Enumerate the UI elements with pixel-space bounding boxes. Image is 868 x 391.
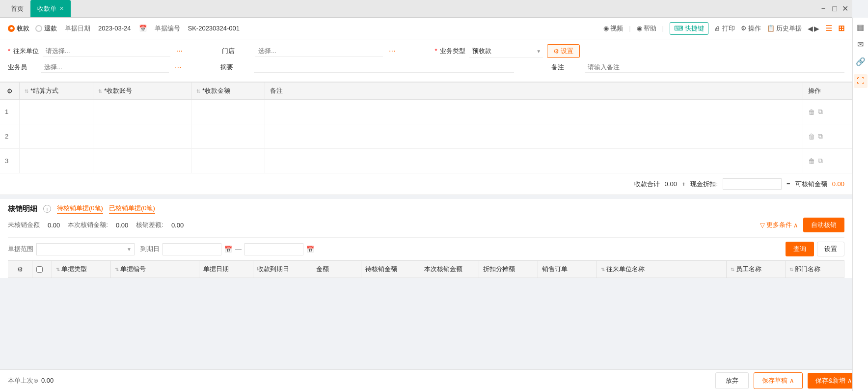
toolbar-right: ◉ 视频 | ◉ 帮助 | ⌨ 快捷键 🖨 打印 ⚙ 操作 📋 xyxy=(603,22,844,35)
nav-left-icon[interactable]: ◀ xyxy=(808,25,813,32)
tab-receipt[interactable]: 收款单 ✕ xyxy=(30,0,71,17)
tab-home[interactable]: 首页 xyxy=(4,0,30,17)
table-row: 2 🗑 ⧉ xyxy=(0,124,852,149)
total-value: 0.00 xyxy=(665,180,677,188)
td-row2-amount[interactable] xyxy=(191,124,265,148)
td-row2-remark[interactable] xyxy=(265,124,803,148)
bth-party-name: ⇅ 往来单位名称 xyxy=(597,261,727,278)
summary-input[interactable] xyxy=(254,62,514,73)
verified-tab-link[interactable]: 已核销单据(0笔) xyxy=(109,204,155,214)
receipt-table: ⚙ ⇅ *结算方式 ⇅ *收款账号 ⇅ *收款金额 备注 操作 xyxy=(0,82,852,173)
auto-verify-btn[interactable]: 自动核销 xyxy=(803,218,844,232)
biz-type-label: * 业务类型 xyxy=(434,47,465,56)
help-icon: ◉ xyxy=(637,25,642,32)
party-input[interactable] xyxy=(43,46,170,56)
biz-type-value[interactable]: 预收款 xyxy=(469,45,543,57)
radio-refund[interactable]: 退款 xyxy=(35,24,57,33)
bth-pending-amount: 待核销金额 xyxy=(361,261,420,278)
verify-info-icon[interactable]: i xyxy=(43,205,51,213)
summary-label: 摘要 xyxy=(220,63,250,72)
select-all-checkbox[interactable] xyxy=(36,266,43,273)
filter-bar: 单据范围 ▼ 到期日 2022-04-01 📅 — 2022-04-12 📅 查… xyxy=(8,237,844,260)
this-verify-value: 0.00 xyxy=(116,222,128,229)
per-page-value: 0.00 xyxy=(41,377,54,384)
save-new-arrow-icon: ∧ xyxy=(847,377,852,384)
close-window-icon[interactable]: ✕ xyxy=(842,4,848,13)
date-value[interactable]: 2023-03-24 xyxy=(98,25,131,32)
shop-more-btn[interactable]: ··· xyxy=(387,47,397,56)
tab-home-label: 首页 xyxy=(11,4,24,13)
print-btn[interactable]: 🖨 打印 xyxy=(714,24,735,33)
td-row1-amount[interactable] xyxy=(191,100,265,124)
receipt-refund-toggle: 收款 退款 xyxy=(8,24,57,33)
biz-type-wrapper: 预收款 ▼ xyxy=(469,45,543,57)
due-date-label: 到期日 xyxy=(140,245,160,253)
delete-row1-icon[interactable]: 🗑 xyxy=(808,108,815,116)
td-row2-account[interactable] xyxy=(93,124,191,148)
bth-checkbox[interactable] xyxy=(32,261,52,278)
sidebar-attachment-icon[interactable]: 🔗 xyxy=(856,57,866,66)
pending-tab-link[interactable]: 待核销单据(0笔) xyxy=(57,204,103,214)
th-settle-method: ⇅ *结算方式 xyxy=(20,83,93,99)
th-gear[interactable]: ⚙ xyxy=(0,83,20,99)
operation-btn[interactable]: ⚙ 操作 xyxy=(741,24,761,33)
copy-row2-icon[interactable]: ⧉ xyxy=(818,132,823,140)
bth-doc-date: 单据日期 xyxy=(199,261,253,278)
radio-receipt[interactable]: 收款 xyxy=(8,24,29,33)
summary-bar: 收款合计 0.00 + 现金折扣: = 可核销金额 0.00 xyxy=(0,173,852,195)
calendar-to-icon[interactable]: 📅 xyxy=(306,246,314,253)
number-value[interactable]: SK-20230324-001 xyxy=(188,25,240,32)
copy-row1-icon[interactable]: ⧉ xyxy=(818,108,823,116)
date-from-input[interactable]: 2022-04-01 xyxy=(163,243,221,255)
nav-right-icon[interactable]: ▶ xyxy=(814,25,819,32)
range-select[interactable] xyxy=(36,243,135,255)
td-row3-amount[interactable] xyxy=(191,149,265,173)
discount-input[interactable] xyxy=(723,178,782,190)
grid-icon[interactable]: ⊞ xyxy=(838,24,844,33)
query-btn[interactable]: 查询 xyxy=(786,242,814,256)
td-row1-account[interactable] xyxy=(93,100,191,124)
table-row: 3 🗑 ⧉ xyxy=(0,149,852,173)
td-row2-action: 🗑 ⧉ xyxy=(803,124,852,148)
copy-row3-icon[interactable]: ⧉ xyxy=(818,157,823,165)
delete-row3-icon[interactable]: 🗑 xyxy=(808,157,815,165)
shop-input[interactable] xyxy=(255,46,383,56)
calendar-icon[interactable]: 📅 xyxy=(139,25,147,32)
shortcut-btn[interactable]: ⌨ 快捷键 xyxy=(670,22,708,35)
calendar-from-icon[interactable]: 📅 xyxy=(224,246,232,253)
td-row3-settle[interactable] xyxy=(20,149,93,173)
due-date-filter-item: 到期日 2022-04-01 📅 — 2022-04-12 📅 xyxy=(140,243,314,255)
remark-input[interactable] xyxy=(585,62,844,73)
maximize-icon[interactable]: □ xyxy=(832,4,837,13)
staff-input[interactable] xyxy=(41,62,169,73)
more-conditions-btn[interactable]: ▽ 更多条件 ∧ xyxy=(760,221,798,229)
staff-more-btn[interactable]: ··· xyxy=(173,63,183,72)
list-icon[interactable]: ☰ xyxy=(825,24,832,33)
video-btn[interactable]: ◉ 视频 xyxy=(603,24,623,33)
settings-btn[interactable]: ⚙ 设置 xyxy=(547,44,580,58)
bth-gear[interactable]: ⚙ xyxy=(8,261,32,278)
td-row1-settle[interactable] xyxy=(20,100,93,124)
diff-value: 0.00 xyxy=(171,222,184,229)
sidebar-mail-icon[interactable]: ✉ xyxy=(857,40,864,49)
tab-receipt-close[interactable]: ✕ xyxy=(59,5,64,12)
bottom-left: 本单上次⊙ 0.00 xyxy=(8,376,54,385)
history-btn[interactable]: 📋 历史单据 xyxy=(767,24,802,33)
td-row2-settle[interactable] xyxy=(20,124,93,148)
td-row1-remark[interactable] xyxy=(265,100,803,124)
save-draft-btn[interactable]: 保存草稿 ∧ xyxy=(754,372,803,389)
radio-refund-dot xyxy=(35,25,42,32)
minimize-icon[interactable]: － xyxy=(819,3,827,14)
td-row2-num: 2 xyxy=(0,124,20,148)
td-row3-remark[interactable] xyxy=(265,149,803,173)
date-to-input[interactable]: 2022-04-12 xyxy=(244,243,303,255)
help-btn[interactable]: ◉ 帮助 xyxy=(637,24,656,33)
sidebar-table-icon[interactable]: ▦ xyxy=(857,23,864,32)
abandon-btn[interactable]: 放弃 xyxy=(715,372,749,389)
filter-settings-btn[interactable]: 设置 xyxy=(817,242,844,256)
party-more-btn[interactable]: ··· xyxy=(174,47,185,56)
sidebar-expand-icon[interactable]: ⛶ xyxy=(854,74,868,88)
unverified-amount-value: 0.00 xyxy=(48,222,60,229)
delete-row2-icon[interactable]: 🗑 xyxy=(808,133,815,140)
td-row3-account[interactable] xyxy=(93,149,191,173)
